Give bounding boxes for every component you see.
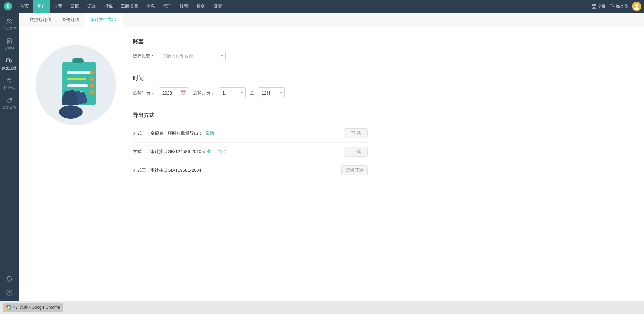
svg-point-32 — [90, 90, 94, 95]
nav-item-message[interactable]: 消息 — [142, 0, 159, 13]
svg-rect-4 — [592, 7, 593, 8]
form-area: 账套 选择账套： 请输入账套名称 时间 选择年份： � — [133, 38, 368, 290]
method1-download-button[interactable]: 下 载 — [344, 128, 368, 138]
month-start-select-wrapper: 1月 2月 3月 4月 5月 6月 7月 8月 9月 10月 11月 12月 — [219, 87, 246, 98]
section-divider-2 — [133, 105, 368, 105]
month-end-select[interactable]: 1月 2月 3月 4月 5月 6月 7月 8月 9月 10月 11月 12月 — [258, 87, 285, 98]
svg-point-35 — [59, 105, 83, 119]
trash-icon — [6, 77, 13, 84]
chrome-tab-count: 47 — [13, 305, 18, 310]
tab-audit-export[interactable]: 审计文件导出 — [85, 13, 122, 27]
svg-rect-26 — [67, 84, 88, 87]
bell-icon — [6, 276, 13, 282]
illustration-circle — [36, 45, 116, 125]
method2-company-link[interactable]: 企业： — [202, 149, 215, 154]
svg-rect-3 — [595, 4, 596, 6]
method2-download-button[interactable]: 下 载 — [344, 147, 368, 157]
method2-help-link[interactable]: 帮助 — [218, 149, 227, 154]
sidebar-item-label-settings[interactable]: 标签设置 — [0, 95, 19, 113]
chrome-taskbar-button[interactable]: 47 线索 - Google Chrome — [3, 303, 63, 312]
method1-help-link[interactable]: 帮助 — [205, 131, 214, 136]
vip-button[interactable]: 畅会员 — [610, 4, 628, 9]
export-method-3-label: 方式三：审计接口GB/T19581-2004 — [133, 167, 341, 173]
svg-rect-24 — [67, 71, 91, 74]
declaration-icon — [6, 38, 13, 45]
svg-rect-34 — [73, 58, 83, 63]
time-form-row: 选择年份： 📅 选择月份： 1月 2月 3月 4月 5月 6月 — [133, 87, 368, 98]
taskbar: 47 线索 - Google Chrome — [0, 301, 644, 314]
export-method-1: 方式一：余额表、序时账批量导出： 帮助 下 载 — [133, 124, 368, 143]
account-form-row: 选择账套： 请输入账套名称 — [133, 51, 368, 61]
account-select[interactable]: 请输入账套名称 — [159, 51, 226, 61]
svg-rect-6 — [610, 5, 613, 8]
month-label: 选择月份： — [193, 90, 215, 96]
svg-rect-16 — [7, 59, 9, 62]
svg-point-9 — [634, 7, 639, 10]
month-end-select-wrapper: 1月 2月 3月 4月 5月 6月 7月 8月 9月 10月 11月 12月 — [258, 87, 285, 98]
svg-rect-5 — [595, 7, 596, 8]
svg-point-30 — [90, 77, 94, 81]
tab-backup-migration[interactable]: 备份迁移 — [57, 13, 85, 27]
svg-point-11 — [10, 20, 12, 21]
export-method-3: 方式三：审计接口GB/T19581-2004 暂缓开通 — [133, 161, 368, 179]
chrome-icon — [6, 305, 11, 310]
nav-item-customers[interactable]: 客户 — [33, 0, 50, 13]
nav-item-tax[interactable]: 报税 — [100, 0, 117, 13]
migration-icon — [6, 58, 13, 64]
nav-item-invoice[interactable]: 票据 — [66, 0, 83, 13]
top-nav-right: 全屏 畅会员 — [592, 2, 641, 11]
nav-item-operation[interactable]: 经营 — [176, 0, 193, 13]
export-method-2-label: 方式二：审计接口GB/T24589-2010 企业： 帮助 — [133, 149, 344, 155]
method3-soon-button[interactable]: 暂缓开通 — [341, 165, 368, 175]
time-separator: 至 — [250, 90, 254, 96]
illustration-area — [32, 38, 119, 290]
chrome-window-label: 线索 - Google Chrome — [20, 305, 60, 310]
nav-item-business[interactable]: 工商项目 — [117, 0, 142, 13]
svg-marker-7 — [613, 5, 614, 7]
export-method-2: 方式二：审计接口GB/T24589-2010 企业： 帮助 下 载 — [133, 143, 368, 161]
year-input-wrapper: 📅 — [159, 87, 189, 98]
svg-point-10 — [7, 19, 9, 21]
main-layout: 全部客户 0申报 账套迁移 — [0, 13, 644, 301]
sidebar-item-recycle[interactable]: 回收站 — [0, 75, 19, 93]
svg-text:燕: 燕 — [6, 4, 10, 9]
sidebar-item-all-customers[interactable]: 全部客户 — [0, 15, 19, 34]
account-label: 选择账套： — [133, 53, 155, 59]
nav-item-settings[interactable]: 设置 — [209, 0, 226, 13]
tabs-bar: 数据包迁移 备份迁移 审计文件导出 — [19, 13, 644, 27]
fullscreen-icon — [592, 4, 596, 9]
sidebar-item-declaration[interactable]: 0申报 — [0, 35, 19, 54]
notification-icon-btn[interactable] — [4, 274, 15, 285]
sidebar-bottom — [4, 274, 15, 298]
nav-item-service[interactable]: 服务 — [193, 0, 209, 13]
time-section-title: 时间 — [133, 75, 368, 82]
nav-item-home[interactable]: 首页 — [16, 0, 33, 13]
month-start-select[interactable]: 1月 2月 3月 4月 5月 6月 7月 8月 9月 10月 11月 12月 — [219, 87, 246, 98]
year-input[interactable] — [159, 87, 189, 98]
audit-illustration — [42, 48, 109, 122]
user-avatar[interactable] — [632, 2, 641, 11]
sidebar: 全部客户 0申报 账套迁移 — [0, 13, 19, 301]
year-label: 选择年份： — [133, 90, 155, 96]
page-content: 账套 选择账套： 请输入账套名称 时间 选择年份： � — [19, 27, 644, 301]
svg-point-22 — [9, 294, 10, 294]
question-icon — [6, 289, 13, 296]
app-logo[interactable]: 燕 — [3, 1, 13, 12]
tab-data-migration[interactable]: 数据包迁移 — [24, 13, 57, 27]
nav-item-manage[interactable]: 管理 — [159, 0, 176, 13]
fullscreen-button[interactable]: 全屏 — [592, 4, 606, 9]
top-nav: 燕 首页 客户 收费 票据 记账 报税 工商项目 消息 管理 经营 服务 设置 … — [0, 0, 644, 13]
svg-point-31 — [90, 84, 94, 88]
account-select-wrapper: 请输入账套名称 — [159, 51, 226, 61]
svg-rect-25 — [67, 78, 86, 80]
nav-item-bookkeeping[interactable]: 记账 — [83, 0, 100, 13]
export-section-title: 导出方式 — [133, 112, 368, 119]
svg-point-29 — [90, 70, 94, 74]
sidebar-item-account-migration[interactable]: 账套迁移 — [0, 55, 19, 73]
nav-item-billing[interactable]: 收费 — [50, 0, 66, 13]
svg-rect-2 — [592, 4, 593, 6]
section-divider-1 — [133, 68, 368, 68]
svg-point-8 — [635, 4, 638, 7]
users-icon — [6, 18, 13, 25]
help-icon-btn[interactable] — [4, 287, 15, 298]
